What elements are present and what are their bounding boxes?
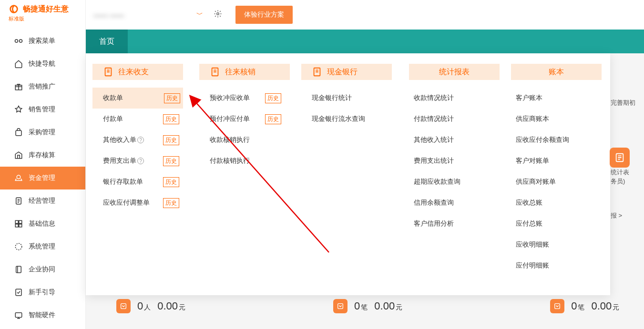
mega-column-title: 现金银行: [327, 67, 358, 77]
svg-rect-8: [19, 220, 22, 223]
mega-item[interactable]: 付款核销执行: [210, 150, 295, 171]
sidebar-item-12[interactable]: 智能硬件: [0, 304, 85, 327]
grid-icon: [14, 219, 23, 228]
mega-item[interactable]: 其他收入统计: [414, 130, 499, 150]
mega-item[interactable]: 现金银行流水查询: [312, 109, 397, 130]
mega-item[interactable]: 付款情况统计: [414, 109, 499, 130]
floating-action-icon[interactable]: [610, 148, 630, 168]
gift-icon: [14, 82, 23, 91]
mega-item-label: 收款情况统计: [414, 94, 454, 102]
mega-item[interactable]: 客户账本: [516, 88, 601, 109]
sidebar-item-6[interactable]: 资金管理: [0, 167, 85, 189]
history-badge[interactable]: 历史: [265, 93, 281, 103]
mega-item[interactable]: 收款情况统计: [414, 88, 499, 109]
brand-name: 畅捷通好生意: [23, 4, 69, 14]
history-badge[interactable]: 历史: [163, 156, 179, 166]
mega-item-label: 预收冲应收单: [210, 94, 250, 102]
mega-item[interactable]: 费用支出统计: [414, 150, 499, 171]
mega-column-2: 现金银行现金银行统计现金银行流水查询: [295, 64, 397, 276]
svg-point-5: [17, 175, 20, 179]
help-icon[interactable]: ?: [137, 137, 144, 143]
mega-item[interactable]: 应收应付余额查询: [516, 130, 601, 150]
mega-item[interactable]: 收款单历史: [92, 88, 183, 109]
mega-item[interactable]: 其他收入单?历史: [103, 130, 193, 150]
mega-item-label: 收款单: [103, 94, 123, 102]
document-icon: [210, 67, 220, 77]
mega-item[interactable]: 应收应付调整单历史: [103, 192, 193, 213]
svg-rect-10: [19, 224, 22, 227]
history-badge[interactable]: 历史: [163, 177, 179, 187]
sidebar-item-10[interactable]: 企业协同: [0, 258, 85, 281]
sidebar: 畅捷通好生意 标准版 搜索菜单快捷导航营销推广销售管理采购管理库存核算资金管理经…: [0, 0, 86, 329]
mega-item-label: 供应商对账单: [516, 178, 556, 186]
mega-column-header: 统计报表: [409, 64, 500, 80]
mega-item[interactable]: 现金银行统计: [312, 88, 397, 109]
search-icon: [14, 37, 23, 45]
mega-item[interactable]: 付款单历史: [103, 109, 193, 130]
svg-point-1: [15, 40, 18, 42]
mega-item[interactable]: 应收明细账: [516, 234, 601, 255]
history-badge[interactable]: 历史: [164, 93, 180, 103]
mega-item[interactable]: 应付总账: [516, 213, 601, 234]
tab-bar: 首页: [86, 30, 644, 53]
mega-item[interactable]: 收款核销执行: [210, 130, 295, 150]
mega-item[interactable]: 预付冲应付单历史: [210, 109, 295, 130]
sidebar-item-5[interactable]: 库存核算: [0, 144, 85, 167]
sidebar-item-0[interactable]: 搜索菜单: [0, 30, 85, 52]
sidebar-item-3[interactable]: 销售管理: [0, 98, 85, 121]
mega-item[interactable]: 应收总账: [516, 192, 601, 213]
mega-item-label: 付款单: [103, 115, 123, 123]
chevron-down-icon[interactable]: ﹀: [196, 10, 203, 19]
svg-rect-12: [16, 266, 21, 273]
sidebar-item-9[interactable]: 系统管理: [0, 235, 85, 258]
document-icon: [103, 67, 113, 77]
sidebar-item-8[interactable]: 基础信息: [0, 212, 85, 235]
mega-item-label: 银行存取款单: [103, 178, 143, 186]
svg-rect-4: [16, 130, 21, 136]
mega-item[interactable]: 银行存取款单历史: [103, 171, 193, 192]
stat-icon: [333, 299, 348, 313]
mega-item[interactable]: 信用余额查询: [414, 192, 499, 213]
sidebar-item-label: 经营管理: [29, 197, 55, 205]
circle-icon: [14, 242, 23, 251]
house-icon: [14, 151, 23, 160]
mega-item[interactable]: 客户对账单: [516, 150, 601, 171]
tv-icon: [14, 311, 23, 319]
mega-menu: 往来收支收款单历史付款单历史其他收入单?历史费用支出单?历史银行存取款单历史应收…: [86, 53, 610, 295]
stat-amount: 0.00元: [591, 300, 619, 312]
mega-item-label: 预付冲应付单: [210, 115, 250, 123]
mega-item[interactable]: 供应商账本: [516, 109, 601, 130]
svg-point-15: [217, 13, 219, 15]
mega-item[interactable]: 超期应收款查询: [414, 171, 499, 192]
mega-column-4: 账本客户账本供应商账本应收应付余额查询客户对账单供应商对账单应收总账应付总账应收…: [499, 64, 601, 276]
brand-logo-icon: [9, 4, 19, 14]
stat-block-2: 0笔 0.00元: [550, 299, 619, 313]
sidebar-item-7[interactable]: 经营管理: [0, 189, 85, 212]
mega-item[interactable]: 供应商对账单: [516, 171, 601, 192]
sidebar-item-4[interactable]: 采购管理: [0, 121, 85, 144]
help-icon[interactable]: ?: [137, 158, 144, 164]
sidebar-item-label: 企业协同: [29, 265, 55, 274]
sidebar-item-1[interactable]: 快捷导航: [0, 52, 85, 75]
mega-item[interactable]: 预收冲应收单历史: [210, 88, 295, 109]
mega-item[interactable]: 费用支出单?历史: [103, 150, 193, 171]
gear-icon[interactable]: [214, 10, 222, 20]
cta-button[interactable]: 体验行业方案: [235, 6, 293, 24]
sidebar-item-2[interactable]: 营销推广: [0, 75, 85, 98]
company-name[interactable]: —— ——: [93, 11, 124, 19]
mega-item-label: 其他收入单: [103, 136, 136, 144]
stat-icon: [550, 299, 564, 313]
peek-text: 统计表: [611, 168, 644, 177]
mega-item[interactable]: 应付明细账: [516, 255, 601, 276]
history-badge[interactable]: 历史: [163, 198, 179, 208]
sidebar-item-label: 智能硬件: [29, 311, 55, 319]
sidebar-item-11[interactable]: 新手引导: [0, 281, 85, 304]
sidebar-item-label: 资金管理: [29, 174, 55, 182]
mega-item[interactable]: 客户信用分析: [414, 213, 499, 234]
history-badge[interactable]: 历史: [163, 135, 179, 145]
history-badge[interactable]: 历史: [163, 114, 179, 124]
mega-column-header: 往来核销: [199, 64, 290, 80]
mega-item-label: 费用支出单: [103, 157, 136, 165]
tab-home[interactable]: 首页: [86, 30, 128, 53]
history-badge[interactable]: 历史: [265, 114, 281, 124]
